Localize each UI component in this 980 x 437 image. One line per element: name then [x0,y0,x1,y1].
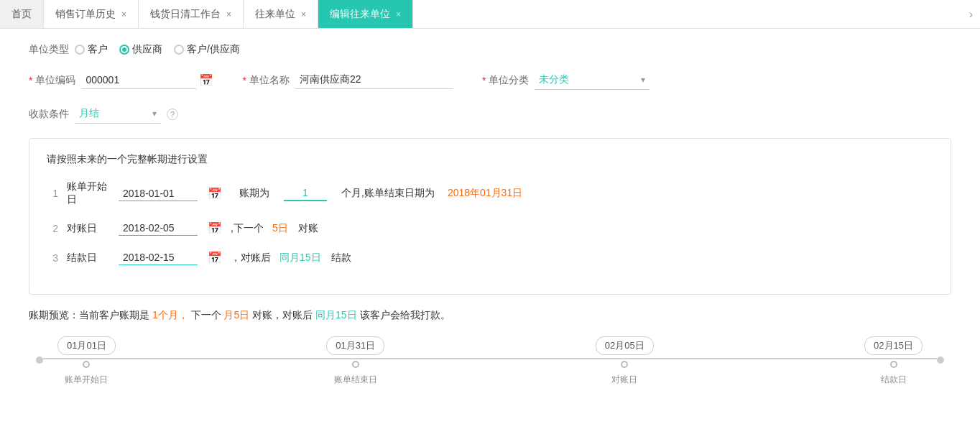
setting-row-3: 3 结款日 📅 ，对账后 同月15日 结款 [47,250,933,265]
preview-text: 账期预览：当前客户账期是 1个月， 下一个 月5日 对账，对账后 同月15日 该… [29,309,951,322]
radio-supplier[interactable]: 供应商 [119,43,162,56]
start-date-calendar-icon[interactable]: 📅 [208,187,222,201]
reconcile-prefix: ,下一个 [231,222,264,235]
reconcile-date-calendar-icon[interactable]: 📅 [208,221,222,235]
timeline-dot-3 [621,361,628,368]
tab-home[interactable]: 首页 [0,0,44,28]
timeline-right-dot [937,356,944,364]
unit-code-group: * 单位编码 📅 [29,71,213,89]
timeline-end-dot [937,356,944,364]
payment-terms-help-icon[interactable]: ? [167,109,178,120]
period-end-date-highlight: 2018年01月31日 [448,187,522,200]
reconcile-day-highlight: 5日 [272,222,288,235]
main-content: 单位类型 客户 供应商 客户/供应商 * 单位编码 📅 * 单位名称 [0,29,980,437]
preview-reconcile-suffix: 对账，对账后 [252,309,313,321]
tab-counterparty[interactable]: 往来单位 × [244,0,318,28]
required-star-code: * [29,75,32,86]
row-label-payment-date: 结款日 [67,252,110,264]
payment-date-calendar-icon[interactable]: 📅 [208,251,222,264]
period-suffix-text: 个月,账单结束日期为 [341,187,435,200]
tab-overflow-arrow[interactable]: › [962,0,980,28]
payment-terms-value: 月结 [79,107,147,120]
radio-circle-customer-supplier [174,45,184,55]
timeline-sublabel-3: 对账日 [611,374,637,386]
preview-reconcile-highlight: 月5日 [223,309,249,321]
tab-sales-history[interactable]: 销售订单历史 × [44,0,139,28]
section-title: 请按照未来的一个完整帐期进行设置 [47,153,933,166]
timeline-line [43,358,937,359]
timeline-label-3: 02月05日 [596,336,654,355]
unit-type-radio-group: 客户 供应商 客户/供应商 [75,43,240,56]
unit-type-label: 单位类型 [29,43,69,56]
timeline-left-dot [36,356,43,364]
timeline-section: 01月01日 账单开始日 01月31日 账单结束日 02月05日 对账日 [29,336,951,386]
unit-type-row: 单位类型 客户 供应商 客户/供应商 [29,43,951,56]
timeline-point-2: 01月31日 账单结束日 [326,336,384,386]
preview-period-highlight: 1个月， [152,309,188,321]
tab-close-cashflow[interactable]: × [226,9,231,19]
period-settings-box: 请按照未来的一个完整帐期进行设置 1 账单开始日 📅 账期为 个月,账单结束日期… [29,138,951,295]
timeline-label-4: 02月15日 [864,336,923,355]
tab-bar: 首页 销售订单历史 × 钱货日清工作台 × 往来单位 × 编辑往来单位 × › [0,0,980,29]
period-value-input[interactable] [284,185,327,201]
unit-info-row: * 单位编码 📅 * 单位名称 * 单位分类 未分类 ▾ [29,70,951,90]
unit-category-label: 单位分类 [489,74,529,87]
timeline-dot-2 [352,361,359,368]
unit-name-label: 单位名称 [249,74,290,87]
timeline-point-1: 01月01日 账单开始日 [57,336,116,386]
unit-code-input[interactable] [81,71,196,89]
preview-payment-highlight: 同月15日 [315,309,357,321]
tab-edit-counterparty[interactable]: 编辑往来单位 × [318,0,413,28]
radio-circle-customer [75,45,85,55]
timeline-points: 01月01日 账单开始日 01月31日 账单结束日 02月05日 对账日 [43,336,937,386]
timeline-point-3: 02月05日 对账日 [596,336,654,386]
tab-cashflow[interactable]: 钱货日清工作台 × [139,0,244,28]
unit-category-value: 未分类 [539,73,635,86]
payment-day-highlight: 同月15日 [279,252,321,264]
timeline-sublabel-1: 账单开始日 [65,374,108,386]
radio-customer-supplier[interactable]: 客户/供应商 [174,43,240,56]
setting-row-1: 1 账单开始日 📅 账期为 个月,账单结束日期为 2018年01月31日 [47,180,933,206]
required-star-name: * [242,75,246,86]
row-label-reconcile-date: 对账日 [67,222,110,235]
row-number-1: 1 [47,188,58,199]
unit-code-calendar-icon[interactable]: 📅 [199,73,213,87]
tab-close-sales-history[interactable]: × [121,9,126,19]
row-number-3: 3 [47,252,58,264]
payment-prefix: ，对账后 [231,252,271,264]
preview-prefix: 账期预览：当前客户账期是 [29,309,149,321]
tab-close-edit-counterparty[interactable]: × [396,9,401,19]
payment-terms-select[interactable]: 月结 ▾ [75,104,161,124]
row-label-start-date: 账单开始日 [67,180,110,206]
unit-code-label: 单位编码 [35,74,75,87]
payment-date-input[interactable] [119,250,198,265]
timeline-dot-1 [83,361,90,368]
payment-terms-dropdown-icon: ▾ [152,109,157,119]
timeline-label-1: 01月01日 [57,336,116,355]
unit-name-group: * 单位名称 [242,71,453,89]
setting-row-2: 2 对账日 📅 ,下一个 5日 对账 [47,221,933,236]
timeline-point-4: 02月15日 结款日 [864,336,923,386]
timeline-sublabel-4: 结款日 [881,374,907,386]
payment-terms-label: 收款条件 [29,108,69,121]
timeline-label-2: 01月31日 [326,336,384,355]
timeline-sublabel-2: 账单结束日 [334,374,377,386]
timeline-start-dot [36,356,43,364]
radio-customer[interactable]: 客户 [75,43,108,56]
timeline-dot-4 [890,361,897,368]
payment-terms-row: 收款条件 月结 ▾ ? [29,104,951,124]
unit-category-group: * 单位分类 未分类 ▾ [482,70,650,90]
unit-category-dropdown-icon: ▾ [641,75,645,85]
start-date-input[interactable] [119,186,198,201]
reconcile-date-input[interactable] [119,221,198,236]
period-prefix-text: 账期为 [239,187,269,200]
required-star-category: * [482,75,486,86]
row-number-2: 2 [47,223,58,234]
preview-suffix: 该客户会给我打款。 [360,309,450,321]
tab-close-counterparty[interactable]: × [301,9,306,19]
reconcile-suffix: 对账 [298,222,318,235]
preview-reconcile-prefix: 下一个 [191,309,221,321]
unit-category-select[interactable]: 未分类 ▾ [535,70,650,90]
unit-name-input[interactable] [295,71,453,89]
timeline: 01月01日 账单开始日 01月31日 账单结束日 02月05日 对账日 [36,336,944,386]
